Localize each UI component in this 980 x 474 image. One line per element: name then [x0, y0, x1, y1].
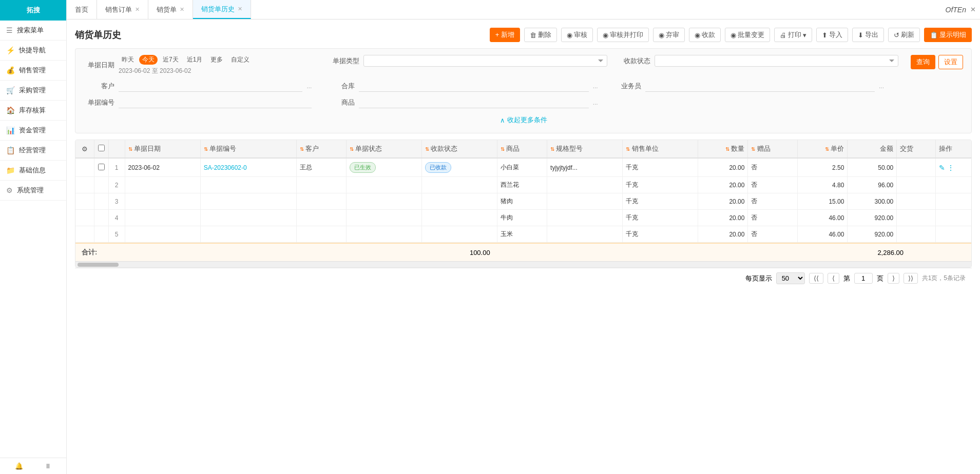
warehouse-input[interactable]: [359, 81, 588, 92]
more-icon[interactable]: ⋮: [947, 164, 954, 172]
prev-page-button[interactable]: ⟨: [828, 273, 839, 284]
sidebar-item-finance[interactable]: 📊 资金管理: [0, 121, 66, 141]
col-collect-status[interactable]: ⇅ 收款状态: [421, 140, 497, 158]
tab-close-sales-goods[interactable]: ✕: [180, 6, 184, 13]
col-doc-date[interactable]: ⇅ 单据日期: [125, 140, 200, 158]
batch-change-button[interactable]: ◉ 批量变更: [725, 28, 770, 42]
settings-button[interactable]: 设置: [938, 55, 963, 69]
scroll-thumb[interactable]: [78, 263, 119, 267]
first-page-button[interactable]: ⟨⟨: [809, 273, 823, 284]
tab-sales-order[interactable]: 销售订单 ✕: [97, 0, 148, 19]
tab-home[interactable]: 首页: [67, 0, 97, 19]
row-checkbox[interactable]: [98, 164, 105, 170]
warehouse-label: 合库: [324, 82, 355, 91]
cell-customer: [296, 226, 346, 243]
col-settings[interactable]: ⚙: [75, 140, 94, 158]
filter-group-doc-type: 单据类型: [329, 55, 607, 67]
warehouse-dots[interactable]: ...: [593, 83, 598, 90]
purchase-mgmt-icon: 🛒: [6, 86, 15, 94]
page-number-input[interactable]: [854, 273, 873, 284]
import-button[interactable]: ⬆ 导入: [816, 28, 848, 42]
sidebar-item-sales-mgmt[interactable]: 💰 销售管理: [0, 61, 66, 81]
query-button[interactable]: 查询: [911, 55, 935, 69]
collapse-button[interactable]: ∧ 收起更多条件: [84, 113, 963, 127]
collect-status-select[interactable]: [655, 55, 898, 67]
tab-sales-history[interactable]: 销货单历史 ✕: [193, 0, 251, 19]
data-table: ⚙ ⇅ 单据日期 ⇅ 单据编号: [75, 140, 972, 268]
col-qty[interactable]: ⇅ 数量: [698, 140, 748, 158]
per-page-select[interactable]: 50 20 100: [776, 272, 805, 284]
settings-icon[interactable]: ⚙: [82, 145, 88, 153]
col-doc-status[interactable]: ⇅ 单据状态: [346, 140, 421, 158]
cell-amount: 300.00: [848, 193, 897, 210]
new-button[interactable]: + 新增: [490, 28, 520, 42]
audit-print-button[interactable]: ◉ 审核并打印: [597, 28, 649, 42]
goods-input[interactable]: [359, 97, 588, 108]
doc-date-label: 单据日期: [84, 61, 114, 70]
tab-close-sales-order[interactable]: ✕: [135, 6, 140, 13]
print-button[interactable]: 🖨 打印 ▾: [774, 28, 812, 42]
sort-icon-doc-date: ⇅: [128, 146, 132, 152]
sort-icon-spec: ⇅: [550, 146, 554, 152]
col-gift[interactable]: ⇅ 赠品: [748, 140, 798, 158]
notification-icon[interactable]: 🔔: [15, 462, 23, 470]
col-unit-price[interactable]: ⇅ 单价: [798, 140, 848, 158]
shortcut-today[interactable]: 今天: [139, 55, 158, 65]
tab-close-sales-history[interactable]: ✕: [238, 6, 242, 12]
query-settings-group: 查询 设置: [911, 55, 963, 69]
doc-type-select[interactable]: [363, 55, 607, 67]
sidebar-item-quick-nav[interactable]: ⚡ 快捷导航: [0, 41, 66, 61]
agent-input[interactable]: [645, 81, 875, 92]
shortcut-1month[interactable]: 近1月: [184, 55, 206, 65]
col-spec[interactable]: ⇅ 规格型号: [547, 140, 623, 158]
edit-icon[interactable]: ✎: [939, 164, 945, 172]
shortcut-yesterday[interactable]: 昨天: [119, 55, 137, 65]
collect-button[interactable]: ◉ 收款: [689, 28, 721, 42]
cell-checkbox: [94, 210, 108, 226]
next-page-button[interactable]: ⟩: [888, 273, 899, 284]
audit-button[interactable]: ◉ 审核: [561, 28, 593, 42]
col-customer[interactable]: ⇅ 客户: [296, 140, 346, 158]
cell-settings: [75, 226, 94, 243]
pause-icon[interactable]: ⏸: [45, 462, 51, 470]
discard-button[interactable]: ◉ 弃审: [653, 28, 685, 42]
sidebar-item-system-mgmt[interactable]: ⚙ 系统管理: [0, 181, 66, 201]
filter-group-doc-no: 单据编号: [84, 97, 312, 108]
sidebar-item-basic-info[interactable]: 📁 基础信息: [0, 161, 66, 181]
tab-sales-goods[interactable]: 销货单 ✕: [148, 0, 193, 19]
tab-bar-close-icon[interactable]: ✕: [970, 6, 976, 13]
cell-gift: 否: [748, 177, 798, 193]
cell-qty: 20.00: [698, 210, 748, 226]
filter-group-date: 单据日期 昨天 今天 近7天 近1月 更多 自定义 2023-06-02 至 2…: [84, 55, 316, 75]
col-unit[interactable]: ⇅ 销售单位: [623, 140, 698, 158]
agent-dots[interactable]: ...: [879, 83, 884, 90]
export-button[interactable]: ⬇ 导出: [852, 28, 884, 42]
col-doc-no[interactable]: ⇅ 单据编号: [200, 140, 296, 158]
delete-button[interactable]: 🗑 删除: [524, 28, 557, 42]
shortcut-more[interactable]: 更多: [207, 55, 226, 65]
sidebar-item-inventory[interactable]: 🏠 库存核算: [0, 101, 66, 121]
shortcut-7days[interactable]: 近7天: [160, 55, 182, 65]
refresh-button[interactable]: ↺ 刷新: [888, 28, 920, 42]
cell-checkbox: [94, 226, 108, 243]
horizontal-scrollbar[interactable]: [75, 261, 971, 267]
last-page-button[interactable]: ⟩⟩: [904, 273, 918, 284]
sidebar-item-search-menu[interactable]: ☰ 搜索菜单: [0, 21, 66, 41]
select-all-checkbox[interactable]: [98, 145, 105, 151]
cell-amount: 920.00: [848, 210, 897, 226]
sidebar-item-purchase-mgmt[interactable]: 🛒 采购管理: [0, 81, 66, 101]
finance-icon: 📊: [6, 126, 15, 134]
customer-dots[interactable]: ...: [306, 83, 312, 90]
sidebar-item-operations[interactable]: 📋 经营管理: [0, 141, 66, 161]
cell-spec: [547, 210, 623, 226]
doc-no-input[interactable]: [119, 97, 312, 108]
collect-icon: ◉: [695, 31, 700, 39]
shortcut-custom[interactable]: 自定义: [228, 55, 253, 65]
customer-input[interactable]: [119, 81, 302, 92]
cell-qty: 20.00: [698, 158, 748, 177]
goods-dots[interactable]: ...: [593, 99, 598, 106]
col-goods[interactable]: ⇅ 商品: [497, 140, 547, 158]
display-button[interactable]: 📋 显示明细: [924, 28, 972, 42]
filter-area: 单据日期 昨天 今天 近7天 近1月 更多 自定义 2023-06-02 至 2…: [75, 48, 972, 133]
col-amount: 金额: [848, 140, 897, 158]
